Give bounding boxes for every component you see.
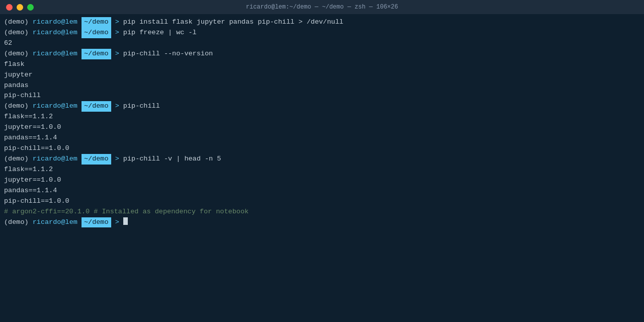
prompt-dir: ~/demo (82, 217, 111, 228)
terminal-line: (demo) ricardo@lem ~/demo > pip freeze |… (4, 28, 640, 38)
output-line: flask==1.1.2 (4, 165, 640, 175)
prompt-dir: ~/demo (82, 28, 111, 38)
prompt-arrow: > (111, 28, 119, 38)
terminal-line: (demo) ricardo@lem ~/demo > pip install … (4, 17, 640, 28)
output-line: pandas==1.1.4 (4, 186, 640, 196)
prompt-separator (77, 28, 82, 38)
minimize-button[interactable] (17, 4, 23, 11)
prompt-separator (77, 154, 82, 165)
prompt-command: pip-chill -v | head -n 5 (119, 154, 221, 165)
prompt-arrow: > (111, 101, 119, 112)
output-line: jupyter==1.0.0 (4, 122, 640, 133)
output-line: 62 (4, 38, 640, 49)
output-line: jupyter (4, 70, 640, 80)
terminal-line: (demo) ricardo@lem ~/demo > pip-chill -v… (4, 154, 640, 165)
prompt-command: pip freeze | wc -l (119, 28, 197, 38)
output-line: flask==1.1.2 (4, 112, 640, 122)
prompt-arrow: > (111, 49, 119, 59)
prompt-user: ricardo@lem (33, 101, 77, 112)
prompt-separator (77, 101, 82, 112)
prompt-space (119, 217, 123, 228)
prompt-arrow: > (111, 17, 119, 28)
prompt-env: (demo) (4, 49, 33, 59)
prompt-user: ricardo@lem (33, 49, 77, 59)
prompt-user: ricardo@lem (33, 154, 77, 165)
terminal-body[interactable]: (demo) ricardo@lem ~/demo > pip install … (0, 14, 644, 322)
terminal-line: (demo) ricardo@lem ~/demo > pip-chill (4, 101, 640, 112)
maximize-button[interactable] (27, 4, 34, 11)
prompt-dir: ~/demo (82, 101, 111, 112)
prompt-separator (77, 217, 82, 228)
prompt-command: pip-chill --no-version (119, 49, 213, 59)
prompt-dir: ~/demo (82, 154, 111, 165)
prompt-env: (demo) (4, 154, 33, 165)
prompt-dir: ~/demo (82, 17, 111, 28)
close-button[interactable] (6, 4, 13, 11)
prompt-user: ricardo@lem (33, 17, 77, 28)
prompt-arrow: > (111, 217, 119, 228)
terminal-line: (demo) ricardo@lem ~/demo > (4, 217, 640, 228)
terminal-line: (demo) ricardo@lem ~/demo > pip-chill --… (4, 49, 640, 59)
titlebar: ricardo@lem:~/demo — ~/demo — zsh — 106×… (0, 0, 644, 14)
prompt-command: pip-chill (119, 101, 160, 112)
traffic-lights (6, 4, 34, 11)
terminal-cursor (123, 217, 128, 225)
prompt-env: (demo) (4, 28, 33, 38)
output-line: jupyter==1.0.0 (4, 175, 640, 186)
output-line: flask (4, 59, 640, 70)
prompt-env: (demo) (4, 101, 33, 112)
terminal-window: ricardo@lem:~/demo — ~/demo — zsh — 106×… (0, 0, 644, 322)
output-line: pip-chill==1.0.0 (4, 196, 640, 207)
prompt-arrow: > (111, 154, 119, 165)
output-line: pip-chill==1.0.0 (4, 143, 640, 154)
prompt-separator (77, 49, 82, 59)
output-comment-line: # argon2-cffi==20.1.0 # Installed as dep… (4, 207, 640, 217)
output-line: pandas==1.1.4 (4, 133, 640, 143)
prompt-separator (77, 17, 82, 28)
output-line: pandas (4, 80, 640, 91)
prompt-user: ricardo@lem (33, 217, 77, 228)
prompt-env: (demo) (4, 17, 33, 28)
prompt-env: (demo) (4, 217, 33, 228)
window-title: ricardo@lem:~/demo — ~/demo — zsh — 106×… (246, 4, 398, 11)
output-line: pip-chill (4, 91, 640, 101)
prompt-dir: ~/demo (82, 49, 111, 59)
prompt-user: ricardo@lem (33, 28, 77, 38)
prompt-command: pip install flask jupyter pandas pip-chi… (119, 17, 344, 28)
